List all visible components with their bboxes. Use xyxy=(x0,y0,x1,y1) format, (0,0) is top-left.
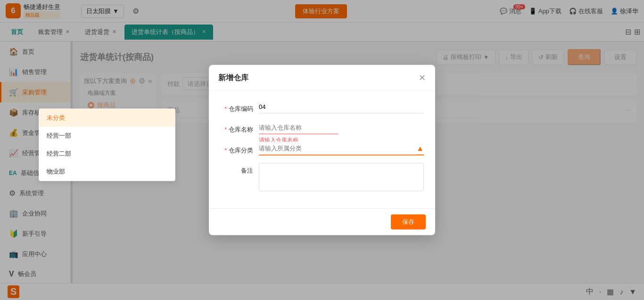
warehouse-name-input[interactable] xyxy=(259,121,338,134)
warehouse-code-row: * 仓库编码 xyxy=(220,100,424,114)
warehouse-code-input[interactable] xyxy=(259,100,424,114)
warehouse-category-row: * 仓库分类 ▲ xyxy=(220,142,424,156)
category-dropdown-arrow[interactable]: ▲ xyxy=(416,144,424,152)
category-input[interactable] xyxy=(259,142,416,155)
new-warehouse-modal: 新增仓库 ✕ * 仓库编码 * 仓库名称 请输入仓库名称 * xyxy=(209,65,435,235)
category-select-wrap: ▲ xyxy=(259,142,424,156)
warehouse-name-row: * 仓库名称 请输入仓库名称 xyxy=(220,121,424,134)
dropdown-item-dept3[interactable]: 物业部 xyxy=(39,163,175,181)
save-button[interactable]: 保存 xyxy=(391,215,426,230)
modal-header: 新增仓库 ✕ xyxy=(209,65,435,91)
dropdown-item-dept1[interactable]: 经营一部 xyxy=(39,127,175,145)
modal-body: * 仓库编码 * 仓库名称 请输入仓库名称 * 仓库分类 xyxy=(209,91,435,208)
dropdown-item-dept2[interactable]: 经营二部 xyxy=(39,145,175,163)
dropdown-item-uncategorized[interactable]: 未分类 xyxy=(39,109,175,127)
category-dropdown-menu: 未分类 经营一部 经营二部 物业部 xyxy=(39,108,175,181)
modal-close-button[interactable]: ✕ xyxy=(419,73,426,83)
note-row: 备注 xyxy=(220,163,424,192)
modal-title: 新增仓库 xyxy=(218,73,248,83)
note-textarea[interactable] xyxy=(259,163,424,192)
modal-footer: 保存 xyxy=(209,208,435,235)
